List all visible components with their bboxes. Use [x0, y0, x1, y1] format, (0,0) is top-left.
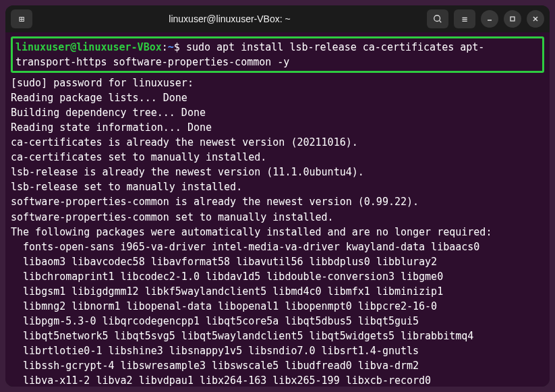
- prompt-user-host: linuxuser@linuxuser-VBox: [16, 41, 162, 53]
- output-line: software-properties-common is already th…: [11, 194, 544, 209]
- titlebar: ⊞ linuxuser@linuxuser-VBox: ~ ≡: [5, 5, 550, 32]
- output-line: libqt5network5 libqt5svg5 libqt5waylandc…: [11, 329, 544, 343]
- maximize-icon: [509, 16, 516, 22]
- terminal-window: ⊞ linuxuser@linuxuser-VBox: ~ ≡ linuxuse…: [5, 5, 550, 387]
- output-line: ca-certificates set to manually installe…: [11, 150, 544, 165]
- minimize-button[interactable]: [481, 10, 498, 28]
- titlebar-left: ⊞: [11, 9, 32, 28]
- svg-point-0: [434, 16, 440, 22]
- svg-line-1: [440, 21, 442, 23]
- menu-icon: ≡: [462, 13, 467, 24]
- output-line: lsb-release set to manually installed.: [11, 179, 544, 194]
- window-title: linuxuser@linuxuser-VBox: ~: [38, 13, 421, 24]
- output-line: ca-certificates is already the newest ve…: [11, 135, 544, 150]
- output-line: libaom3 libavcodec58 libavformat58 libav…: [11, 254, 544, 269]
- output-line: libva-x11-2 libva2 libvdpau1 libx264-163…: [11, 373, 544, 387]
- close-button[interactable]: [527, 10, 544, 28]
- output-line: The following packages were automaticall…: [11, 225, 544, 240]
- maximize-button[interactable]: [504, 10, 521, 28]
- terminal-output: [sudo] password for linuxuser:Reading pa…: [11, 76, 544, 387]
- command-highlight: linuxuser@linuxuser-VBox:~$ sudo apt ins…: [11, 36, 544, 73]
- output-line: librtlotie0-1 libshine3 libsnappy1v5 lib…: [11, 343, 544, 358]
- prompt-separator: :: [162, 41, 168, 53]
- output-line: libchromaprint1 libcodec2-1.0 libdav1d5 …: [11, 269, 544, 284]
- menu-button[interactable]: ≡: [454, 9, 475, 28]
- output-line: libssh-gcrypt-4 libswresample3 libswscal…: [11, 358, 544, 373]
- titlebar-right: ≡: [427, 9, 544, 28]
- output-line: libpgm-5.3-0 libqrcodegencpp1 libqt5core…: [11, 314, 544, 329]
- terminal-body[interactable]: linuxuser@linuxuser-VBox:~$ sudo apt ins…: [5, 32, 550, 387]
- output-line: lsb-release is already the newest versio…: [11, 165, 544, 179]
- output-line: fonts-open-sans i965-va-driver intel-med…: [11, 240, 544, 254]
- new-tab-icon: ⊞: [19, 13, 24, 24]
- output-line: libmng2 libnorm1 libopenal-data libopena…: [11, 299, 544, 314]
- output-line: [sudo] password for linuxuser:: [11, 76, 544, 90]
- output-line: Reading package lists... Done: [11, 90, 544, 105]
- output-line: Reading state information... Done: [11, 120, 544, 135]
- prompt-symbol: $: [174, 41, 180, 53]
- minimize-icon: [486, 16, 493, 22]
- search-icon: [433, 14, 442, 24]
- output-line: libgsm1 libigdgmm12 libkf5waylandclient5…: [11, 284, 544, 299]
- search-button[interactable]: [427, 9, 448, 28]
- svg-rect-3: [510, 17, 515, 21]
- close-icon: [532, 16, 539, 22]
- prompt-path: ~: [168, 41, 174, 53]
- new-tab-button[interactable]: ⊞: [11, 9, 32, 28]
- output-line: software-properties-common set to manual…: [11, 210, 544, 225]
- output-line: Building dependency tree... Done: [11, 105, 544, 120]
